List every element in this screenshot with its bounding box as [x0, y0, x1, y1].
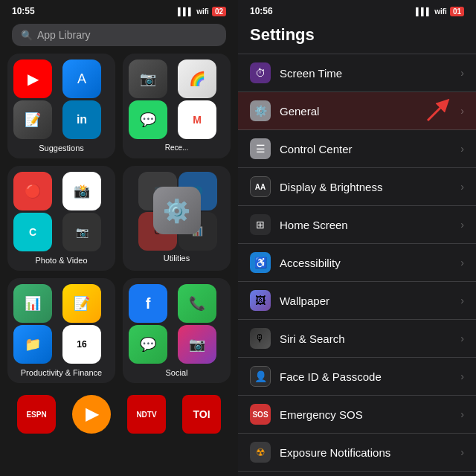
ndtv-icon: NDTV	[127, 395, 166, 434]
left-status-bar: 10:55 ▌▌▌ wifi 02	[0, 0, 238, 19]
emergency-chevron: ›	[460, 408, 464, 420]
ndtv-app[interactable]: NDTV	[122, 395, 171, 436]
folder-icons-photo: 🔴 📸 C 📷	[13, 172, 109, 251]
search-placeholder: App Library	[37, 29, 91, 41]
folder-social[interactable]: f 📞 💬 📷 Social	[123, 278, 231, 383]
recent-label: Rece...	[165, 144, 189, 152]
exposure-label: Exposure Notifications	[280, 446, 460, 459]
files-icon: 📁	[13, 325, 52, 364]
settings-large-icon: ⚙️	[153, 187, 201, 234]
camera2-icon: 📷	[62, 213, 101, 251]
phone-icon: 📞	[178, 284, 216, 323]
octagon-icon: 🔴	[13, 172, 52, 210]
folder-icons-productivity: 📊 📝 📁 16	[13, 284, 109, 364]
folder-recently-added[interactable]: 📷 🌈 💬 M Rece...	[123, 54, 231, 158]
settings-list: ⏱ Screen Time › ⚙️ General ›	[238, 54, 476, 476]
search-bar[interactable]: 🔍 App Library	[12, 24, 226, 46]
wallpaper-chevron: ›	[460, 295, 464, 306]
control-center-chevron: ›	[460, 143, 464, 155]
settings-exposure[interactable]: ☢ Exposure Notifications ›	[238, 434, 476, 472]
suggestions-label: Suggestions	[39, 144, 84, 152]
general-chevron: ›	[460, 105, 464, 117]
arrow-svg	[424, 94, 454, 124]
siri-chevron: ›	[460, 332, 464, 344]
messages-icon: 💬	[129, 325, 167, 364]
folder-utilities[interactable]: 🎵 🌐 C 📊 ⚙️ Utilities	[123, 166, 231, 271]
home-screen-label: Home Screen	[280, 219, 460, 231]
gmail-icon: M	[178, 100, 216, 139]
wallpaper-icon: 🖼	[250, 290, 271, 311]
siri-label: Siri & Search	[280, 332, 460, 345]
screen-time-icon: ⏱	[250, 62, 271, 83]
canva-icon: C	[13, 213, 52, 251]
home-screen-icon: ⊞	[250, 214, 271, 235]
espn-icon: ESPN	[17, 395, 56, 434]
app-folders-grid: ▶ A 📝 in Suggestions 📷 🌈 💬 M Rece... 🔴 📸…	[0, 54, 238, 383]
folder-icons-social: f 📞 💬 📷	[129, 284, 225, 364]
settings-display[interactable]: AA Display & Brightness ›	[238, 168, 476, 206]
youtube-icon: ▶	[13, 60, 52, 98]
settings-screen-time[interactable]: ⏱ Screen Time ›	[238, 54, 476, 92]
emergency-icon: SOS	[250, 404, 271, 425]
settings-emergency[interactable]: SOS Emergency SOS ›	[238, 396, 476, 434]
wifi-icon: wifi	[196, 7, 209, 16]
settings-battery[interactable]: Battery ›	[238, 472, 476, 476]
settings-accessibility[interactable]: ♿ Accessibility ›	[238, 244, 476, 282]
productivity-label: Productivity & Finance	[21, 368, 102, 377]
instagram-icon: 📷	[178, 325, 216, 364]
camera-icon: 📷	[129, 60, 167, 98]
espn-app[interactable]: ESPN	[12, 395, 61, 436]
settings-control-center[interactable]: ☰ Control Center ›	[238, 130, 476, 168]
search-icon: 🔍	[21, 30, 33, 41]
settings-title: Settings	[238, 19, 476, 54]
general-icon: ⚙️	[250, 100, 271, 121]
svg-line-1	[428, 103, 445, 120]
screen-time-chevron: ›	[460, 67, 464, 79]
right-status-icons: ▌▌▌ wifi 01	[416, 7, 464, 16]
numbers-icon: 📊	[13, 284, 52, 323]
settings-siri[interactable]: 🎙 Siri & Search ›	[238, 320, 476, 358]
notes-icon: 📝	[13, 100, 52, 139]
folder-photo-video[interactable]: 🔴 📸 C 📷 Photo & Video	[7, 166, 115, 271]
facebook-icon: f	[129, 284, 167, 323]
toi-icon: TOI	[182, 395, 221, 434]
display-label: Display & Brightness	[280, 181, 460, 193]
signal-icon: ▌▌▌	[178, 7, 193, 16]
right-status-bar: 10:56 ▌▌▌ wifi 01	[238, 0, 476, 19]
folder-productivity[interactable]: 📊 📝 📁 16 Productivity & Finance	[7, 278, 115, 383]
screen-time-label: Screen Time	[280, 67, 460, 80]
faceid-chevron: ›	[460, 370, 464, 382]
bottom-apps-row: ESPN ▶ NDTV TOI	[0, 389, 238, 442]
photo-video-label: Photo & Video	[35, 256, 87, 265]
accessibility-label: Accessibility	[280, 257, 460, 269]
right-time: 10:56	[250, 6, 273, 16]
faceid-icon: 👤	[250, 366, 271, 387]
vlc-icon: ▶	[72, 395, 111, 434]
toi-app[interactable]: TOI	[177, 395, 226, 436]
appstore-icon: A	[62, 60, 101, 98]
utilities-label: Utilities	[164, 254, 190, 263]
faceid-label: Face ID & Passcode	[280, 370, 460, 383]
right-battery-icon: 01	[450, 7, 464, 16]
folder-icons: ▶ A 📝 in	[13, 60, 109, 139]
battery-icon-left: 02	[212, 7, 226, 16]
social-label: Social	[166, 368, 188, 377]
linkedin-icon: in	[62, 100, 101, 139]
accessibility-chevron: ›	[460, 257, 464, 268]
wallpaper-label: Wallpaper	[280, 295, 460, 307]
display-icon: AA	[250, 176, 271, 197]
settings-wallpaper[interactable]: 🖼 Wallpaper ›	[238, 282, 476, 320]
left-panel: 10:55 ▌▌▌ wifi 02 🔍 App Library ▶ A 📝 in…	[0, 0, 238, 476]
left-status-icons: ▌▌▌ wifi 02	[178, 7, 226, 16]
vlc-app[interactable]: ▶	[67, 395, 116, 436]
right-signal-icon: ▌▌▌	[416, 7, 431, 16]
red-arrow-indicator	[424, 94, 454, 127]
folder-suggestions[interactable]: ▶ A 📝 in Suggestions	[7, 54, 115, 158]
home-screen-chevron: ›	[460, 219, 464, 231]
control-center-icon: ☰	[250, 138, 271, 159]
emergency-label: Emergency SOS	[280, 408, 460, 421]
settings-general[interactable]: ⚙️ General ›	[238, 92, 476, 130]
settings-home-screen[interactable]: ⊞ Home Screen ›	[238, 206, 476, 244]
google-photos-icon: 📸	[62, 172, 101, 210]
settings-faceid[interactable]: 👤 Face ID & Passcode ›	[238, 358, 476, 396]
